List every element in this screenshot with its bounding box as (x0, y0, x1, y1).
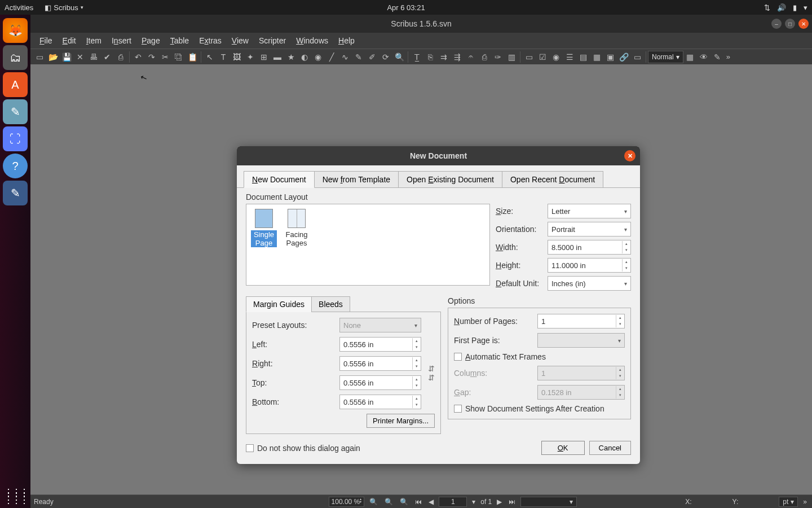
app-menu[interactable]: ◧ Scribus ▾ (45, 3, 83, 12)
statusbar-overflow-icon[interactable]: » (801, 498, 809, 506)
clock[interactable]: Apr 6 03:21 (387, 3, 425, 12)
unit-select[interactable]: pt▾ (779, 497, 798, 507)
bottom-input[interactable]: 0.5556 in▴▾ (339, 395, 421, 409)
next-page-icon[interactable]: ▶ (495, 498, 504, 506)
orientation-select[interactable]: Portrait (548, 222, 631, 237)
arc-icon[interactable]: ◐ (298, 50, 311, 64)
dont-show-checkbox[interactable]: Do not show this dialog again (246, 444, 360, 453)
tab-open-existing[interactable]: Open Existing Document (398, 171, 502, 188)
maximize-button[interactable]: □ (785, 19, 795, 29)
textframe-icon[interactable]: T (217, 50, 230, 64)
screenshot-icon[interactable]: ⛶ (3, 126, 28, 151)
layout-single-page[interactable]: Single Page (251, 209, 277, 281)
rotate-icon[interactable]: ⟳ (379, 50, 392, 64)
layer-select[interactable]: ▾ (520, 497, 577, 507)
pdf-check-icon[interactable]: ☑ (536, 50, 549, 64)
story-editor-icon[interactable]: ⎘ (423, 50, 437, 64)
width-input[interactable]: 8.5000 in▴▾ (548, 240, 631, 255)
zoom-input[interactable]: 100.00 %▴▾ (329, 497, 365, 507)
paste-icon[interactable]: 📋 (186, 50, 199, 64)
link-frames-icon[interactable]: ⇉ (437, 50, 451, 64)
prev-page-icon[interactable]: ◀ (427, 498, 435, 506)
menu-file[interactable]: File (35, 34, 57, 47)
app-grid-icon[interactable]: ⋮⋮⋮⋮⋮⋮⋮⋮⋮ (3, 491, 27, 501)
pdf-radio-icon[interactable]: ◉ (549, 50, 563, 64)
print-icon[interactable]: 🖶 (87, 50, 100, 64)
tab-bleeds[interactable]: Bleeds (311, 296, 350, 312)
menu-extras[interactable]: Extras (195, 34, 226, 47)
cancel-button[interactable]: Cancel (589, 441, 631, 455)
new-icon[interactable]: ▭ (33, 50, 46, 64)
unit-select[interactable]: Inches (in) (548, 276, 631, 291)
layout-facing-pages[interactable]: Facing Pages (284, 209, 310, 281)
line-icon[interactable]: ╱ (325, 50, 338, 64)
battery-icon[interactable]: ▮ (793, 3, 797, 12)
edit-text-icon[interactable]: T̲ (410, 50, 423, 64)
firefox-icon[interactable]: 🦊 (3, 18, 28, 43)
zoom-reset-icon[interactable]: 🔍 (383, 498, 395, 506)
spiral-icon[interactable]: ◉ (311, 50, 325, 64)
volume-icon[interactable]: 🔊 (777, 3, 786, 12)
height-input[interactable]: 11.0000 in▴▾ (548, 258, 631, 273)
copy-icon[interactable]: ⿻ (172, 50, 186, 64)
menu-table[interactable]: Table (166, 34, 193, 47)
pdf-list-icon[interactable]: ☰ (563, 50, 576, 64)
auto-frames-checkbox[interactable]: Automatic Text Frames (454, 352, 625, 361)
save-icon[interactable]: 💾 (60, 50, 73, 64)
menu-insert[interactable]: Insert (107, 34, 136, 47)
tab-new-document[interactable]: New Document (244, 171, 315, 188)
bezier-icon[interactable]: ∿ (338, 50, 352, 64)
top-input[interactable]: 0.5556 in▴▾ (339, 375, 421, 390)
scribus-icon[interactable]: ✎ (3, 181, 28, 205)
files-icon[interactable]: 🗂 (3, 45, 28, 70)
menu-item[interactable]: Item (82, 34, 106, 47)
undo-icon[interactable]: ↶ (131, 50, 145, 64)
page-input[interactable]: 1 (439, 497, 467, 507)
last-page-icon[interactable]: ⏭ (507, 498, 517, 506)
left-input[interactable]: 0.5556 in▴▾ (339, 337, 421, 352)
close-icon[interactable]: ✕ (73, 50, 87, 64)
measure-icon[interactable]: 𝄐 (464, 50, 478, 64)
barcode-icon[interactable]: ▥ (505, 50, 518, 64)
preview-mode-select[interactable]: Normal▾ (648, 51, 683, 63)
preview-icon[interactable]: 👁 (697, 50, 710, 64)
pdf-button-icon[interactable]: ▦ (590, 50, 603, 64)
menu-scripter[interactable]: Scripter (254, 34, 290, 47)
show-settings-checkbox[interactable]: Show Document Settings After Creation (454, 404, 625, 413)
select-icon[interactable]: ↖ (203, 50, 217, 64)
menu-windows[interactable]: Windows (292, 34, 333, 47)
close-button[interactable]: ✕ (798, 19, 809, 29)
pdf-text-icon[interactable]: ▭ (522, 50, 536, 64)
toolbar-overflow-icon[interactable]: » (724, 52, 732, 61)
first-page-icon[interactable]: ⏮ (413, 498, 423, 506)
menu-page[interactable]: Page (137, 34, 165, 47)
freehand-icon[interactable]: ✎ (352, 50, 365, 64)
right-input[interactable]: 0.5556 in▴▾ (339, 356, 421, 371)
open-icon[interactable]: 📂 (46, 50, 60, 64)
texteditor-icon[interactable]: ✎ (3, 99, 28, 124)
ok-button[interactable]: OK (541, 441, 585, 455)
pdf-annot-icon[interactable]: 🔗 (617, 50, 630, 64)
pdf-icon[interactable]: ⎙ (114, 50, 127, 64)
zoom-in-icon[interactable]: 🔍 (398, 498, 410, 506)
size-select[interactable]: Letter (548, 204, 631, 218)
link-margins-icon[interactable]: ⇵⇵ (428, 364, 435, 382)
printer-margins-button[interactable]: Printer Margins... (367, 414, 435, 428)
copy-props-icon[interactable]: ⎙ (478, 50, 491, 64)
minimize-button[interactable]: – (771, 19, 782, 29)
canvas[interactable]: ↖ New Document ✕ New Document New from T… (30, 64, 812, 494)
preflight-icon[interactable]: ✔ (100, 50, 114, 64)
shape-icon[interactable]: ▬ (271, 50, 284, 64)
menu-view[interactable]: View (227, 34, 253, 47)
zoom-out-icon[interactable]: 🔍 (368, 498, 379, 506)
render-icon[interactable]: ✦ (244, 50, 257, 64)
color-icon[interactable]: ▦ (683, 50, 697, 64)
activities-button[interactable]: Activities (5, 3, 33, 12)
page-drop-icon[interactable]: ▾ (470, 498, 477, 506)
chevron-down-icon[interactable]: ▾ (804, 3, 807, 12)
software-icon[interactable]: A (3, 72, 28, 97)
network-icon[interactable]: ⇅ (764, 3, 770, 12)
pdf-link-icon[interactable]: ▣ (603, 50, 617, 64)
cut-icon[interactable]: ✂ (158, 50, 172, 64)
table-icon[interactable]: ⊞ (257, 50, 271, 64)
